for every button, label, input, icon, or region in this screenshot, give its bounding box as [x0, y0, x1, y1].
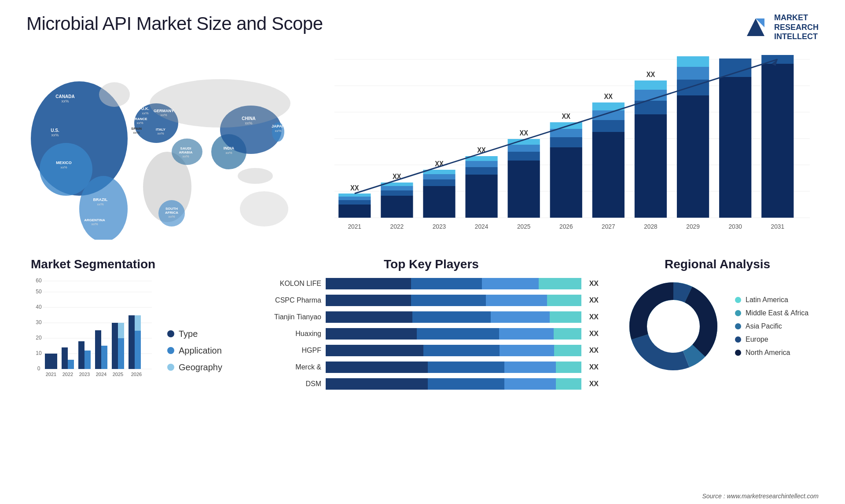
- segmentation-legend: Type Application Geography: [167, 329, 222, 381]
- svg-rect-57: [338, 197, 371, 200]
- svg-rect-139: [84, 351, 91, 369]
- logo-icon: [742, 14, 769, 40]
- svg-text:CANADA: CANADA: [55, 94, 74, 99]
- legend-application: Application: [167, 346, 222, 356]
- player-row: DSM XX: [264, 378, 599, 390]
- svg-text:xx%: xx%: [142, 111, 148, 115]
- svg-rect-146: [118, 323, 124, 338]
- svg-rect-75: [465, 161, 497, 167]
- svg-text:ARABIA: ARABIA: [179, 150, 192, 154]
- svg-rect-73: [465, 175, 497, 218]
- svg-rect-61: [381, 196, 413, 218]
- player-bar-container: [326, 295, 581, 306]
- player-bar: [326, 378, 581, 390]
- svg-text:SPAIN: SPAIN: [131, 127, 142, 131]
- player-row: KOLON LIFE XX: [264, 278, 599, 289]
- players-title: Top Key Players: [264, 257, 599, 271]
- svg-text:xx%: xx%: [275, 129, 281, 133]
- svg-text:FRANCE: FRANCE: [132, 117, 147, 121]
- svg-text:2023: 2023: [433, 223, 446, 230]
- svg-rect-136: [68, 360, 74, 369]
- donut-chart: [625, 278, 722, 375]
- svg-rect-63: [381, 186, 413, 190]
- segmentation-section: Market Segmentation 0 10 20 30 40 50 60: [26, 253, 246, 385]
- svg-text:2024: 2024: [96, 372, 107, 377]
- player-bar: [326, 278, 581, 289]
- svg-text:SOUTH: SOUTH: [165, 207, 178, 211]
- svg-rect-93: [592, 110, 625, 120]
- svg-rect-81: [508, 145, 540, 152]
- player-name: DSM: [264, 380, 321, 388]
- page-container: Microbial API Market Size and Scope MARK…: [0, 0, 845, 504]
- svg-text:SAUDI: SAUDI: [180, 146, 191, 150]
- svg-rect-113: [761, 64, 794, 218]
- svg-text:xx%: xx%: [61, 99, 69, 103]
- player-bar: [326, 362, 581, 373]
- source-line: Source : www.marketresearchintellect.com: [702, 493, 819, 500]
- svg-text:30: 30: [36, 319, 42, 325]
- player-bar-container: [326, 311, 581, 323]
- svg-rect-56: [338, 200, 371, 205]
- svg-text:GERMANY: GERMANY: [154, 109, 174, 113]
- svg-text:50: 50: [36, 289, 42, 295]
- player-name: HGPF: [264, 347, 321, 354]
- north-america-dot: [735, 350, 741, 356]
- legend-asia-pacific: Asia Pacific: [735, 322, 808, 330]
- svg-rect-106: [677, 56, 709, 67]
- players-section: Top Key Players KOLON LIFE XX: [255, 253, 607, 385]
- legend-middle-east-africa: Middle East & Africa: [735, 309, 808, 317]
- svg-rect-58: [338, 194, 371, 197]
- svg-text:U.K.: U.K.: [141, 106, 149, 111]
- svg-text:2025: 2025: [113, 372, 123, 377]
- svg-text:XX: XX: [647, 70, 655, 78]
- svg-text:AFRICA: AFRICA: [165, 211, 178, 215]
- logo-container: MARKET RESEARCH INTELLECT: [742, 13, 819, 42]
- svg-text:60: 60: [36, 278, 42, 284]
- regional-section: Regional Analysis: [616, 253, 819, 385]
- svg-text:2028: 2028: [644, 223, 658, 230]
- player-row: Merck & XX: [264, 362, 599, 373]
- svg-text:CHINA: CHINA: [242, 116, 256, 121]
- svg-rect-103: [677, 95, 709, 218]
- legend-type: Type: [167, 329, 222, 339]
- player-name: Merck &: [264, 363, 321, 371]
- svg-text:xx%: xx%: [51, 133, 59, 137]
- svg-rect-105: [677, 67, 709, 80]
- player-row: CSPC Pharma XX: [264, 295, 599, 306]
- svg-text:XX: XX: [562, 112, 571, 120]
- svg-text:XX: XX: [604, 92, 613, 100]
- svg-text:MEXICO: MEXICO: [56, 161, 72, 165]
- player-bar-container: [326, 378, 581, 390]
- svg-point-15: [150, 79, 290, 128]
- player-bar: [326, 295, 581, 306]
- player-row: Huaxing XX: [264, 328, 599, 340]
- growth-bar-chart: XX 2021 XX 2022 XX 2023: [334, 55, 810, 244]
- svg-text:BRAZIL: BRAZIL: [93, 197, 108, 202]
- svg-rect-149: [135, 331, 141, 369]
- svg-text:2029: 2029: [686, 223, 700, 230]
- svg-text:xx%: xx%: [91, 222, 98, 226]
- player-bar-container: [326, 328, 581, 340]
- svg-text:40: 40: [36, 304, 42, 310]
- svg-text:0: 0: [37, 365, 40, 372]
- player-bar: [326, 311, 581, 323]
- svg-text:2031: 2031: [771, 223, 785, 230]
- svg-rect-91: [592, 132, 625, 218]
- svg-text:2021: 2021: [348, 223, 362, 230]
- svg-rect-138: [78, 341, 84, 369]
- header: Microbial API Market Size and Scope MARK…: [26, 13, 819, 42]
- svg-rect-135: [62, 347, 68, 369]
- svg-rect-55: [338, 205, 371, 218]
- europe-dot: [735, 336, 741, 343]
- svg-text:ITALY: ITALY: [156, 128, 165, 131]
- page-title: Microbial API Market Size and Scope: [26, 13, 323, 34]
- svg-text:xx%: xx%: [225, 151, 232, 155]
- svg-text:2025: 2025: [517, 223, 531, 230]
- player-name: Huaxing: [264, 330, 321, 338]
- legend-latin-america: Latin America: [735, 296, 808, 304]
- svg-text:XX: XX: [350, 184, 359, 192]
- svg-rect-97: [635, 114, 667, 218]
- player-bar-container: [326, 278, 581, 289]
- svg-text:2022: 2022: [62, 372, 73, 377]
- segmentation-title: Market Segmentation: [31, 257, 242, 271]
